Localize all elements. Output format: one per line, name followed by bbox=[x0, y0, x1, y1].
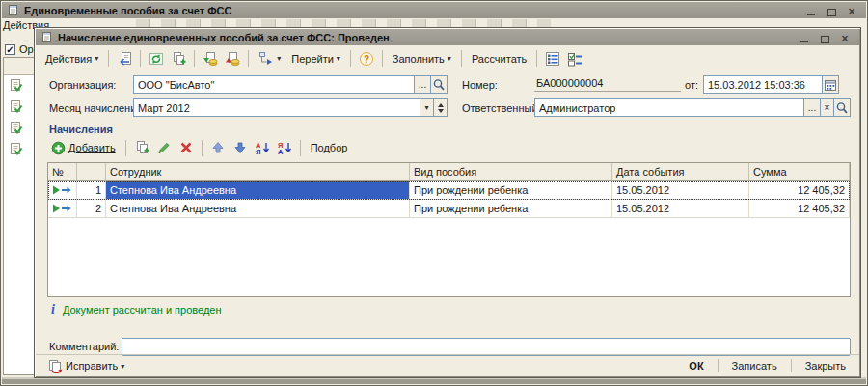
reread-document-icon[interactable] bbox=[115, 49, 134, 69]
close-button[interactable]: Закрыть bbox=[800, 359, 852, 372]
minimize-icon[interactable] bbox=[799, 32, 810, 43]
button-separator bbox=[791, 359, 792, 372]
checkbox-settings-icon[interactable] bbox=[565, 49, 584, 69]
move-up-icon[interactable] bbox=[208, 138, 228, 157]
delete-row-icon[interactable] bbox=[176, 138, 196, 157]
checkbox-checked-icon[interactable]: ✓ bbox=[5, 44, 15, 55]
organization-label: Организация: bbox=[49, 79, 116, 91]
list-item[interactable] bbox=[4, 75, 34, 96]
help-icon[interactable]: ? bbox=[357, 49, 376, 69]
copy-row-icon[interactable] bbox=[132, 138, 151, 157]
dialog-titlebar[interactable]: Начисление единовременных пособий за сче… bbox=[36, 29, 859, 45]
choose-button[interactable]: ... bbox=[414, 76, 430, 93]
grid-toolbar: Добавить АЯ ЯА bbox=[47, 137, 351, 158]
goto-menu-button[interactable]: Перейти ▾ bbox=[287, 52, 344, 66]
date-field[interactable]: 15.03.2012 15:03:36 bbox=[703, 75, 839, 94]
pick-button[interactable]: Подбор bbox=[307, 141, 352, 154]
toolbar-separator bbox=[140, 50, 141, 67]
column-header-event-date[interactable]: Дата события bbox=[612, 163, 749, 181]
column-header-amount[interactable]: Сумма bbox=[749, 163, 850, 181]
open-list-button[interactable] bbox=[833, 99, 850, 116]
close-icon[interactable]: × bbox=[846, 5, 857, 16]
fill-menu-button[interactable]: Заполнить ▾ bbox=[389, 52, 455, 66]
list-item[interactable] bbox=[4, 139, 34, 160]
list-item[interactable] bbox=[4, 118, 34, 139]
move-down-icon[interactable] bbox=[231, 138, 250, 157]
dropdown-button[interactable]: ▾ bbox=[420, 99, 433, 116]
maximize-icon[interactable] bbox=[826, 5, 837, 16]
background-window-bottom-edge bbox=[2, 377, 866, 384]
accruals-table[interactable]: № Сотрудник Вид пособия Дата события Сум… bbox=[47, 162, 851, 297]
maximize-icon[interactable] bbox=[819, 32, 830, 43]
employee-cell[interactable]: Степнова Ива Андреевна bbox=[106, 200, 410, 217]
ok-button[interactable]: ОК bbox=[683, 359, 709, 372]
calendar-button[interactable] bbox=[822, 76, 838, 93]
calculate-button[interactable]: Рассчитать bbox=[468, 52, 530, 66]
row-marker-cell bbox=[48, 181, 77, 199]
date-value[interactable]: 15.03.2012 15:03:36 bbox=[704, 76, 822, 93]
refresh-icon[interactable] bbox=[147, 49, 166, 69]
date-from-label: от: bbox=[685, 79, 698, 91]
fix-button[interactable]: Исправить ▾ bbox=[43, 357, 128, 374]
dialog-window-controls: × bbox=[799, 32, 854, 43]
spin-down-icon[interactable] bbox=[438, 109, 444, 113]
posted-document-icon bbox=[9, 142, 24, 157]
open-list-button[interactable] bbox=[430, 76, 447, 93]
event-date-cell[interactable]: 15.05.2012 bbox=[612, 181, 749, 199]
background-document-list[interactable] bbox=[3, 57, 35, 375]
responsible-value[interactable]: Администратор bbox=[535, 99, 803, 116]
benefit-cell[interactable]: При рождении ребенка bbox=[410, 200, 612, 217]
spin-up-icon[interactable] bbox=[438, 103, 444, 107]
row-number-cell[interactable]: 2 bbox=[77, 200, 106, 217]
toolbar-separator bbox=[108, 50, 109, 67]
sort-descending-icon[interactable]: ЯА bbox=[275, 138, 294, 157]
choose-button[interactable]: ... bbox=[803, 99, 820, 116]
unpost-document-icon[interactable] bbox=[223, 49, 242, 69]
list-settings-icon[interactable] bbox=[543, 49, 562, 69]
minimize-icon[interactable] bbox=[805, 5, 817, 16]
column-header-benefit[interactable]: Вид пособия bbox=[410, 163, 612, 181]
calendar-icon bbox=[824, 78, 837, 92]
accrual-month-label: Месяц начисления: bbox=[49, 102, 145, 114]
sort-ascending-icon[interactable]: АЯ bbox=[253, 138, 272, 157]
column-header-marker[interactable] bbox=[77, 163, 106, 181]
spinner-button[interactable] bbox=[433, 99, 447, 116]
table-header-row: № Сотрудник Вид пособия Дата события Сум… bbox=[48, 163, 850, 181]
accrual-month-value[interactable]: Март 2012 bbox=[134, 99, 420, 116]
post-document-icon[interactable] bbox=[201, 49, 220, 69]
chevron-down-icon: ▾ bbox=[448, 54, 451, 63]
table-row[interactable]: 1 Степнова Ива Андреевна При рождении ре… bbox=[48, 181, 850, 200]
add-row-button[interactable]: Добавить bbox=[47, 140, 120, 156]
add-row-label: Добавить bbox=[68, 142, 116, 153]
copy-document-icon[interactable] bbox=[169, 49, 188, 69]
accrual-month-field[interactable]: Март 2012 ▾ bbox=[133, 98, 448, 117]
row-marker-cell bbox=[48, 200, 77, 217]
row-number-cell[interactable]: 1 bbox=[77, 181, 106, 199]
save-button[interactable]: Записать bbox=[726, 359, 783, 372]
subordination-structure-button[interactable]: ▾ bbox=[255, 50, 285, 68]
edit-row-icon[interactable] bbox=[154, 138, 174, 157]
organization-field[interactable]: ООО "БисАвто" ... bbox=[133, 75, 448, 94]
amount-cell[interactable]: 12 405,32 bbox=[749, 181, 850, 199]
event-date-cell[interactable]: 15.05.2012 bbox=[612, 200, 749, 217]
column-header-employee[interactable]: Сотрудник bbox=[106, 163, 410, 181]
benefit-cell[interactable]: При рождении ребенка bbox=[410, 181, 612, 199]
magnifier-icon bbox=[835, 101, 849, 115]
organization-value[interactable]: ООО "БисАвто" bbox=[134, 76, 414, 93]
fix-document-icon bbox=[47, 358, 63, 373]
list-item[interactable] bbox=[4, 96, 34, 118]
add-icon bbox=[51, 141, 66, 155]
table-row[interactable]: 2 Степнова Ива Андреевна При рождении ре… bbox=[48, 200, 850, 218]
close-icon[interactable]: × bbox=[839, 32, 851, 43]
responsible-field[interactable]: Администратор ... × bbox=[534, 98, 851, 117]
employee-cell[interactable]: Степнова Ива Андреевна bbox=[106, 181, 410, 199]
toolbar-separator bbox=[382, 50, 383, 67]
amount-cell[interactable]: 12 405,32 bbox=[749, 200, 850, 217]
actions-menu-button[interactable]: Действия ▾ bbox=[41, 52, 102, 66]
clear-button[interactable]: × bbox=[820, 99, 833, 116]
document-icon bbox=[41, 31, 53, 43]
comment-value[interactable] bbox=[122, 339, 850, 355]
chevron-down-icon: ▾ bbox=[277, 54, 281, 63]
column-header-num[interactable]: № bbox=[48, 163, 77, 181]
dialog-toolbar: Действия ▾ ▾ bbox=[37, 46, 858, 70]
